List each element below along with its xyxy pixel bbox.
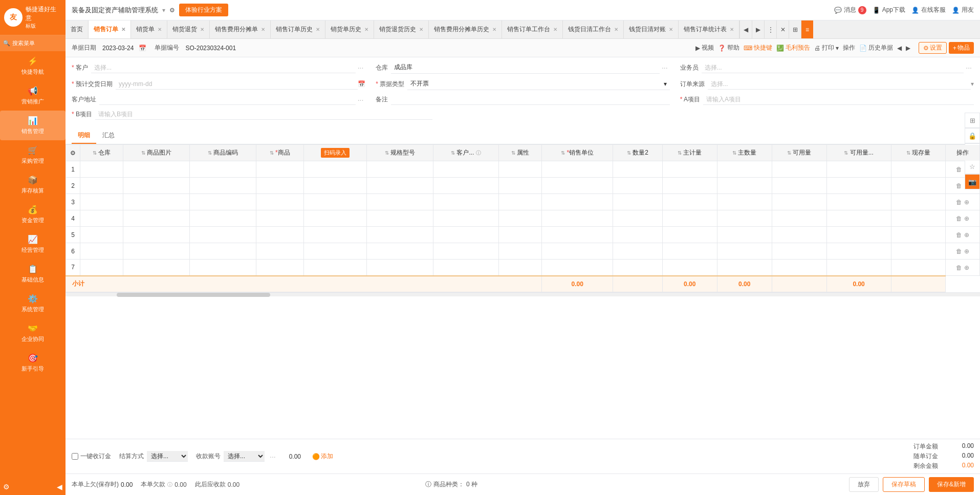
sidebar-item-finance[interactable]: 💰 资金管理 (0, 200, 66, 229)
table-cell[interactable] (123, 194, 190, 210)
table-cell[interactable] (613, 260, 662, 276)
tab-sales-slip[interactable]: 销货单 ✕ (131, 20, 167, 39)
table-cell[interactable] (717, 194, 772, 210)
table-cell[interactable] (303, 178, 366, 194)
table-cell[interactable] (613, 243, 662, 260)
table-cell[interactable] (189, 260, 256, 276)
float-btn-4[interactable]: ☆ (965, 159, 980, 174)
app-download-btn[interactable]: 📱 App下载 (873, 6, 905, 14)
calendar-icon[interactable]: 📅 (139, 45, 146, 52)
prev-record-btn[interactable]: ◀ (897, 45, 902, 52)
copy-row-icon[interactable]: ⊕ (964, 248, 969, 255)
tab-close-fee-history[interactable]: ✕ (492, 27, 496, 32)
sort-available2-icon[interactable]: ⇅ (844, 150, 848, 156)
table-cell[interactable] (891, 178, 946, 194)
table-cell[interactable] (189, 178, 256, 194)
history-btn[interactable]: 📄 历史单据 (859, 44, 893, 52)
project-b-input[interactable] (95, 109, 432, 120)
sidebar-item-system[interactable]: ⚙️ 系统管理 (0, 289, 66, 318)
print-dropdown-icon[interactable]: ▾ (836, 45, 839, 52)
table-cell[interactable] (542, 178, 613, 194)
table-cell[interactable] (123, 227, 190, 243)
table-cell[interactable] (772, 161, 826, 178)
table-cell[interactable] (366, 260, 433, 276)
table-cell[interactable] (891, 161, 946, 178)
float-btn-1[interactable]: ⊞ (965, 113, 980, 128)
tab-order-workbench[interactable]: 销售订单工作台 ✕ (502, 20, 563, 39)
table-cell[interactable] (717, 161, 772, 178)
tab-close-return-history[interactable]: ✕ (419, 27, 423, 32)
sort-image-icon[interactable]: ⇅ (141, 150, 145, 156)
table-cell[interactable] (80, 243, 123, 260)
table-cell[interactable] (542, 243, 613, 260)
table-cell[interactable] (891, 260, 946, 276)
customer-dots-btn[interactable]: ··· (356, 63, 366, 72)
table-cell[interactable] (891, 210, 946, 227)
delete-row-icon[interactable]: 🗑 (956, 182, 962, 189)
tab-grid-btn[interactable]: ⊞ (789, 20, 801, 39)
dropdown-arrow-icon[interactable]: ▾ (162, 7, 165, 14)
table-cell[interactable] (189, 194, 256, 210)
sort-qty2-icon[interactable]: ⇅ (627, 150, 631, 156)
tab-close-sales-slip-history[interactable]: ✕ (364, 27, 368, 32)
table-cell[interactable] (256, 210, 303, 227)
tab-order-stats[interactable]: 销售订单统计表 ✕ (679, 20, 739, 39)
delete-row-icon[interactable]: 🗑 (956, 231, 962, 239)
table-cell[interactable] (499, 243, 542, 260)
table-cell[interactable] (717, 260, 772, 276)
setting-btn[interactable]: ⚙ 设置 (919, 42, 947, 54)
shortcut-btn[interactable]: ⌨ 快捷键 (744, 44, 772, 52)
user-avatar[interactable]: 👤 用友 (952, 6, 974, 14)
table-cell[interactable] (256, 260, 303, 276)
address-dots-btn[interactable]: ··· (356, 96, 366, 104)
table-cell[interactable] (826, 260, 891, 276)
table-cell[interactable] (662, 178, 717, 194)
sort-main-unit-icon[interactable]: ⇅ (678, 150, 682, 156)
table-cell[interactable] (662, 243, 717, 260)
next-record-btn[interactable]: ▶ (906, 45, 910, 52)
settings-icon[interactable]: ⚙ (169, 7, 175, 14)
sidebar-item-enterprise[interactable]: 🤝 企业协同 (0, 318, 66, 348)
tab-close-sales-order-history[interactable]: ✕ (316, 27, 320, 32)
table-cell[interactable] (826, 161, 891, 178)
tab-daily-reconcile[interactable]: 钱货日清对账 ✕ (624, 20, 679, 39)
staff-dots-btn[interactable]: ··· (964, 63, 974, 72)
tab-close-daily-workbench[interactable]: ✕ (614, 27, 618, 32)
tab-list-btn[interactable]: ≡ (801, 20, 813, 39)
table-cell[interactable] (303, 227, 366, 243)
table-cell[interactable] (80, 227, 123, 243)
table-cell[interactable] (366, 243, 433, 260)
date-picker-icon[interactable]: 📅 (358, 80, 365, 88)
table-cell[interactable] (433, 178, 499, 194)
table-cell[interactable] (717, 178, 772, 194)
table-cell[interactable] (80, 260, 123, 276)
table-cell[interactable] (891, 243, 946, 260)
delete-row-icon[interactable]: 🗑 (956, 264, 962, 271)
sidebar-item-quicknav[interactable]: ⚡ 快捷导航 (0, 51, 66, 81)
sidebar-search[interactable]: 🔍 搜索菜单 (0, 35, 66, 51)
save-new-btn[interactable]: 保存&新增 (929, 477, 974, 492)
deposit-checkbox-label[interactable]: 一键收订金 (72, 452, 111, 461)
delete-row-icon[interactable]: 🗑 (956, 215, 962, 222)
delete-row-icon[interactable]: 🗑 (956, 199, 962, 206)
delete-row-icon[interactable]: 🗑 (956, 166, 962, 173)
tab-close-sales-return[interactable]: ✕ (200, 27, 204, 32)
tab-close-order-stats[interactable]: ✕ (730, 27, 734, 32)
sidebar-item-basic[interactable]: 📋 基础信息 (0, 259, 66, 289)
sort-available-icon[interactable]: ⇅ (787, 150, 791, 156)
add-goods-btn[interactable]: + 物品 (949, 42, 974, 54)
operation-btn[interactable]: 操作 (843, 44, 855, 52)
table-cell[interactable] (80, 178, 123, 194)
table-cell[interactable] (189, 243, 256, 260)
address-input[interactable] (99, 94, 356, 105)
table-cell[interactable] (772, 194, 826, 210)
tab-more-btn[interactable]: ⋮ (764, 20, 776, 39)
table-cell[interactable] (80, 161, 123, 178)
invoice-select[interactable]: 不开票 ▾ (407, 78, 669, 90)
sort-stock-icon[interactable]: ⇅ (906, 150, 910, 156)
add-payment-btn[interactable]: 🟠 添加 (312, 452, 333, 461)
table-cell[interactable] (123, 210, 190, 227)
table-cell[interactable] (123, 178, 190, 194)
table-cell[interactable] (662, 227, 717, 243)
table-cell[interactable] (542, 161, 613, 178)
